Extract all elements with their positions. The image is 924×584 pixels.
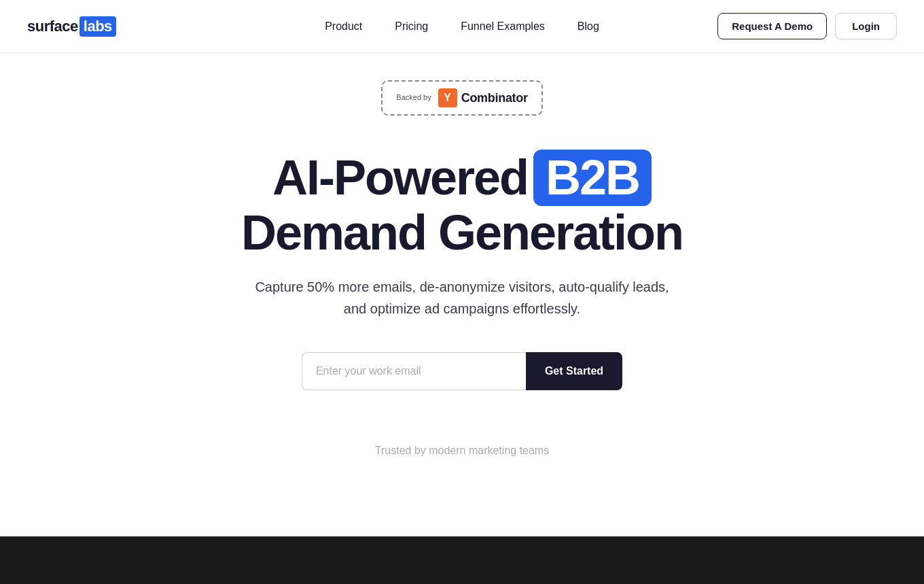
backed-by-text: Backed by bbox=[396, 93, 431, 102]
login-button[interactable]: Login bbox=[835, 13, 897, 39]
hero-subtitle: Capture 50% more emails, de-anonymize vi… bbox=[251, 276, 673, 320]
hero-title-b2b-badge: B2B bbox=[533, 150, 652, 206]
yc-badge: Backed by Y Combinator bbox=[381, 80, 542, 116]
get-started-button[interactable]: Get Started bbox=[526, 352, 622, 390]
hero-section: Backed by Y Combinator AI-PoweredB2B Dem… bbox=[0, 53, 924, 511]
nav-links: Product Pricing Funnel Examples Blog bbox=[311, 15, 613, 38]
nav-actions: Request A Demo Login bbox=[717, 13, 897, 39]
yc-combinator-text: Combinator bbox=[461, 91, 528, 105]
request-demo-button[interactable]: Request A Demo bbox=[717, 13, 827, 39]
hero-title-ai-powered: AI-Powered bbox=[272, 150, 528, 205]
navbar: surfacelabs Product Pricing Funnel Examp… bbox=[0, 0, 924, 53]
nav-link-product[interactable]: Product bbox=[311, 15, 376, 38]
nav-link-pricing[interactable]: Pricing bbox=[381, 15, 442, 38]
logo-labs-text: labs bbox=[79, 16, 116, 37]
logo-surface-text: surface bbox=[27, 18, 78, 35]
hero-title-line1: AI-PoweredB2B bbox=[241, 150, 683, 206]
trusted-text: Trusted by modern marketing teams bbox=[375, 445, 549, 457]
hero-title-line2: Demand Generation bbox=[241, 206, 683, 260]
logo[interactable]: surfacelabs bbox=[27, 16, 116, 37]
cta-form: Get Started bbox=[302, 352, 622, 390]
yc-y-icon: Y bbox=[438, 88, 457, 107]
yc-logo: Y Combinator bbox=[438, 88, 528, 107]
hero-title: AI-PoweredB2B Demand Generation bbox=[241, 150, 683, 260]
nav-link-funnel-examples[interactable]: Funnel Examples bbox=[447, 15, 558, 38]
dark-footer-band bbox=[0, 536, 924, 584]
email-input[interactable] bbox=[302, 352, 526, 390]
nav-link-blog[interactable]: Blog bbox=[564, 15, 613, 38]
